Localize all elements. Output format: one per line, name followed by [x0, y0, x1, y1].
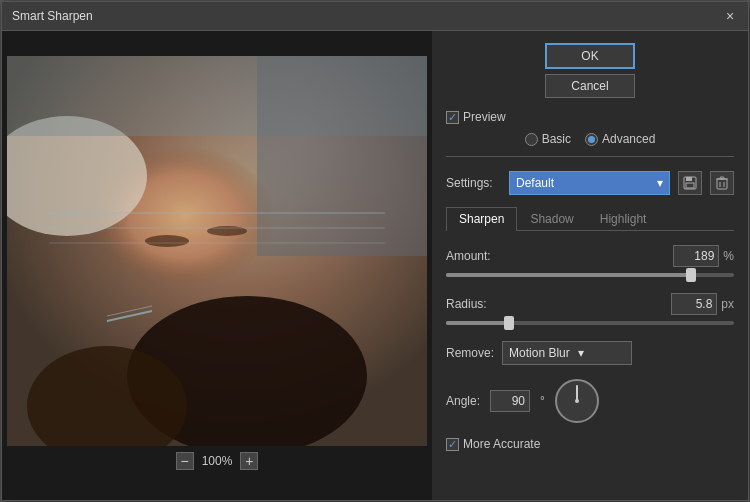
radius-row: Radius: px: [446, 293, 734, 327]
settings-delete-button[interactable]: [710, 171, 734, 195]
tabs: Sharpen Shadow Highlight: [446, 207, 734, 231]
remove-dropdown[interactable]: Motion Blur ▾: [502, 341, 632, 365]
basic-label: Basic: [542, 132, 571, 146]
settings-row: Settings: Default ▾: [446, 171, 734, 195]
preview-label: Preview: [463, 110, 506, 124]
tab-shadow[interactable]: Shadow: [517, 207, 586, 230]
more-accurate-checkbox[interactable]: ✓: [446, 438, 459, 451]
angle-dial[interactable]: [555, 379, 599, 423]
preview-footer: − 100% +: [170, 446, 265, 476]
radius-input[interactable]: [671, 293, 717, 315]
svg-rect-13: [686, 177, 692, 181]
radius-slider-thumb[interactable]: [504, 316, 514, 330]
zoom-out-button[interactable]: −: [176, 452, 194, 470]
settings-save-button[interactable]: [678, 171, 702, 195]
dialog-title: Smart Sharpen: [12, 9, 93, 23]
smart-sharpen-dialog: Smart Sharpen ×: [1, 1, 749, 501]
radius-unit: px: [721, 297, 734, 311]
preview-image: [7, 56, 427, 446]
radius-label: Radius:: [446, 297, 487, 311]
zoom-value: 100%: [202, 454, 233, 468]
radius-slider-fill: [446, 321, 509, 325]
remove-label: Remove:: [446, 346, 494, 360]
radius-label-row: Radius: px: [446, 293, 734, 315]
preview-checkbox-row: ✓ Preview: [446, 110, 734, 124]
preview-checkbox[interactable]: ✓: [446, 111, 459, 124]
controls-panel: OK Cancel ✓ Preview Basic Advanced: [432, 31, 748, 500]
svg-point-7: [207, 226, 247, 236]
amount-unit: %: [723, 249, 734, 263]
amount-slider[interactable]: [446, 273, 734, 277]
tab-highlight[interactable]: Highlight: [587, 207, 660, 230]
remove-value: Motion Blur: [509, 346, 570, 360]
tab-sharpen[interactable]: Sharpen: [446, 207, 517, 231]
zoom-in-button[interactable]: +: [240, 452, 258, 470]
svg-rect-14: [686, 183, 694, 188]
advanced-radio-item[interactable]: Advanced: [585, 132, 655, 146]
remove-chevron-icon: ▾: [578, 346, 584, 360]
settings-label: Settings:: [446, 176, 501, 190]
settings-value: Default: [516, 176, 554, 190]
amount-row: Amount: %: [446, 245, 734, 279]
title-bar: Smart Sharpen ×: [2, 2, 748, 31]
mode-radio-group: Basic Advanced: [446, 132, 734, 146]
basic-radio-item[interactable]: Basic: [525, 132, 571, 146]
amount-input-group: %: [673, 245, 734, 267]
advanced-label: Advanced: [602, 132, 655, 146]
divider-1: [446, 156, 734, 157]
angle-degree-symbol: °: [540, 394, 545, 408]
more-accurate-label: More Accurate: [463, 437, 540, 451]
settings-chevron-icon: ▾: [657, 176, 663, 190]
advanced-radio[interactable]: [585, 133, 598, 146]
angle-label: Angle:: [446, 394, 480, 408]
ok-button[interactable]: OK: [545, 43, 635, 69]
basic-radio[interactable]: [525, 133, 538, 146]
svg-rect-15: [717, 179, 727, 189]
action-buttons: OK Cancel: [446, 43, 734, 98]
svg-rect-11: [257, 56, 427, 256]
cancel-button[interactable]: Cancel: [545, 74, 635, 98]
close-button[interactable]: ×: [722, 8, 738, 24]
dialog-body: − 100% + OK Cancel ✓ Preview: [2, 31, 748, 500]
remove-row: Remove: Motion Blur ▾: [446, 341, 734, 365]
amount-slider-fill: [446, 273, 691, 277]
preview-panel: − 100% +: [2, 31, 432, 500]
amount-input[interactable]: [673, 245, 719, 267]
svg-point-6: [145, 235, 189, 247]
dial-line: [576, 385, 578, 401]
amount-label-row: Amount: %: [446, 245, 734, 267]
amount-label: Amount:: [446, 249, 491, 263]
angle-input[interactable]: [490, 390, 530, 412]
radius-input-group: px: [671, 293, 734, 315]
more-accurate-row: ✓ More Accurate: [446, 437, 734, 451]
svg-rect-17: [720, 177, 724, 179]
settings-dropdown[interactable]: Default ▾: [509, 171, 670, 195]
angle-row: Angle: °: [446, 379, 734, 423]
amount-slider-thumb[interactable]: [686, 268, 696, 282]
radius-slider[interactable]: [446, 321, 734, 325]
